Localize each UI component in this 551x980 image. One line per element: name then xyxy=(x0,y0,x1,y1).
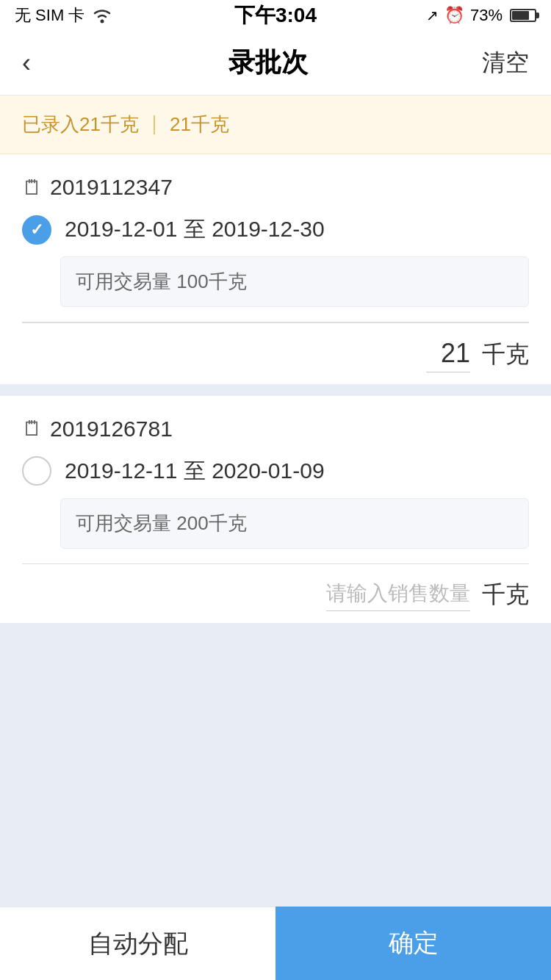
batch-file-icon-1: 🗒 xyxy=(22,176,43,200)
batch-card-1: 🗒 2019112347 2019-12-01 至 2019-12-30 可用交… xyxy=(0,154,551,384)
page-title: 录批次 xyxy=(228,45,308,81)
back-button[interactable]: ‹ xyxy=(22,48,66,79)
nav-bar: ‹ 录批次 清空 xyxy=(0,31,551,96)
radio-button-2[interactable] xyxy=(22,456,51,486)
bottom-bar: 自动分配 确定 xyxy=(0,907,551,980)
confirm-button[interactable]: 确定 xyxy=(276,907,551,980)
content-spacer xyxy=(0,623,551,954)
batch-card-2: 🗒 2019126781 2019-12-11 至 2020-01-09 可用交… xyxy=(0,396,551,624)
battery-icon xyxy=(510,9,536,22)
status-left: 无 SIM 卡 xyxy=(15,4,112,26)
status-right: ↗ ⏰ 73% xyxy=(426,6,536,25)
wifi-icon xyxy=(92,7,112,24)
radio-button-1[interactable] xyxy=(22,215,51,245)
unit-label-1: 千克 xyxy=(482,339,529,371)
quantity-value-1[interactable]: 21 xyxy=(426,338,470,372)
carrier-text: 无 SIM 卡 xyxy=(15,4,84,26)
batch-id-1: 2019112347 xyxy=(50,175,173,200)
batch-header-2: 🗒 2019126781 xyxy=(0,396,551,450)
batch-availability-2: 可用交易量 200千克 xyxy=(60,498,529,549)
main-content: 已录入21千克 21千克 🗒 2019112347 2019-12-01 至 2… xyxy=(0,96,551,954)
recorded-amount-label: 已录入21千克 xyxy=(22,112,139,137)
info-banner: 已录入21千克 21千克 xyxy=(0,96,551,154)
clear-button[interactable]: 清空 xyxy=(470,47,529,79)
battery-text: 73% xyxy=(470,6,503,25)
batch-id-2: 2019126781 xyxy=(50,417,173,442)
info-divider xyxy=(154,115,155,134)
section-divider xyxy=(0,384,551,396)
quantity-row-1: 21 千克 xyxy=(0,323,551,384)
svg-point-0 xyxy=(101,20,104,24)
batch-row-2[interactable]: 2019-12-11 至 2020-01-09 xyxy=(0,450,551,498)
batch-date-2: 2019-12-11 至 2020-01-09 xyxy=(65,456,325,486)
batch-availability-1: 可用交易量 100千克 xyxy=(60,256,529,307)
alarm-icon: ⏰ xyxy=(444,6,464,25)
batch-date-1: 2019-12-01 至 2019-12-30 xyxy=(65,215,325,245)
status-time: 下午3:04 xyxy=(234,1,317,29)
batch-file-icon-2: 🗒 xyxy=(22,417,43,441)
status-bar: 无 SIM 卡 下午3:04 ↗ ⏰ 73% xyxy=(0,0,551,31)
location-icon: ↗ xyxy=(426,7,439,24)
unit-label-2: 千克 xyxy=(482,579,529,611)
quantity-placeholder-2[interactable]: 请输入销售数量 xyxy=(326,580,470,611)
amount-value: 21千克 xyxy=(170,112,229,137)
batch-header-1: 🗒 2019112347 xyxy=(0,154,551,209)
quantity-row-2: 请输入销售数量 千克 xyxy=(0,564,551,623)
auto-distribute-button[interactable]: 自动分配 xyxy=(0,907,276,980)
batch-row-1[interactable]: 2019-12-01 至 2019-12-30 xyxy=(0,209,551,256)
